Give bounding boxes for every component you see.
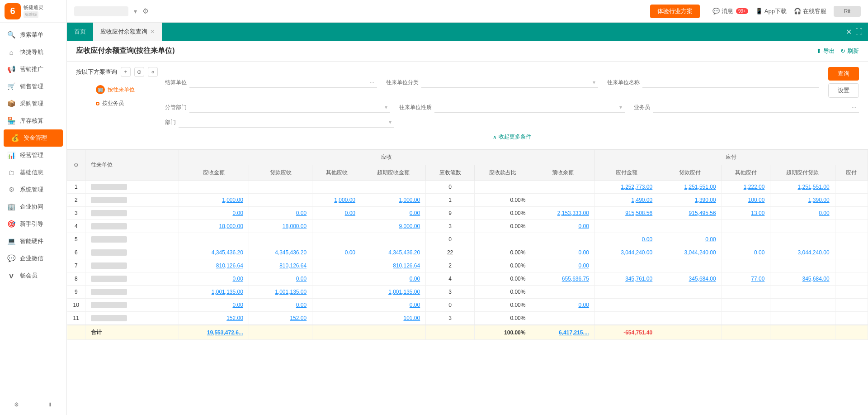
cell-rec_amount[interactable]: 0.00	[179, 207, 249, 220]
cell-rec_prepay[interactable]: 2,153,333.00	[531, 207, 594, 220]
cell-rec_other[interactable]: 0.00	[312, 207, 361, 220]
sidebar-item-hardware[interactable]: 💻 智能硬件	[0, 233, 66, 250]
settlement-input[interactable]: ···	[189, 77, 377, 88]
cell-pay_loan[interactable]: 915,495.56	[658, 207, 722, 220]
export-button[interactable]: ⬆ 导出	[816, 47, 835, 55]
close-window-icon[interactable]: ✕	[846, 28, 852, 36]
cell-rec_amount[interactable]: 0.00	[179, 272, 249, 286]
cell-pay_overdue[interactable]: 0.00	[770, 207, 835, 220]
sidebar-item-purchase[interactable]: 📦 采购管理	[0, 95, 66, 112]
msg-action[interactable]: 💬 消息 99+	[712, 7, 748, 15]
th-settings[interactable]: ⚙	[67, 150, 85, 181]
cell-rec_overdue[interactable]: 0.00	[361, 207, 426, 220]
cell-pay_other[interactable]: 1,222.00	[722, 181, 770, 194]
cell-rec_prepay[interactable]: 0.00	[531, 299, 594, 312]
cell-pay_overdue[interactable]: 3,044,240.00	[770, 246, 835, 259]
topbar-gear-btn[interactable]: ⚙	[142, 7, 149, 15]
sidebar-item-marketing[interactable]: 📢 营销推广	[0, 61, 66, 78]
service-action[interactable]: 🎧 在线客服	[794, 7, 826, 15]
cell-pay_overdue[interactable]: 345,684.00	[770, 272, 835, 286]
cell-pay_overdue[interactable]: 1,390.00	[770, 194, 835, 207]
footer-rec-prepay[interactable]: 6,417,215....	[531, 325, 594, 340]
sidebar-item-guide[interactable]: 🎯 新手引导	[0, 215, 66, 233]
cell-pay_loan[interactable]: 3,044,240.00	[658, 246, 722, 259]
cell-pay_amount[interactable]: 0.00	[594, 233, 658, 246]
sidebar-item-wechat[interactable]: 💬 企业微信	[0, 250, 66, 267]
cell-rec_overdue[interactable]: 1,001,135.00	[361, 286, 426, 299]
cell-rec_amount[interactable]: 0.00	[179, 299, 249, 312]
add-filter-btn[interactable]: +	[121, 67, 131, 77]
query-button[interactable]: 查询	[828, 67, 859, 81]
tab-close-icon[interactable]: ✕	[150, 29, 155, 35]
cell-rec_loan[interactable]: 0.00	[249, 299, 312, 312]
filter-by-partner[interactable]: 🏢 按往来单位	[76, 82, 158, 97]
refresh-button[interactable]: ↻ 刷新	[840, 47, 859, 55]
partner-name-input[interactable]	[642, 77, 819, 88]
cell-rec_loan[interactable]: 0.00	[249, 207, 312, 220]
sidebar-item-basic[interactable]: 🗂 基础信息	[0, 164, 66, 181]
cell-pay_amount[interactable]: 1,490.00	[594, 194, 658, 207]
cell-rec_prepay[interactable]: 0.00	[531, 220, 594, 233]
cell-rec_prepay[interactable]: 0.00	[531, 259, 594, 272]
filter-by-salesman[interactable]: 按业务员	[76, 97, 158, 110]
app-action[interactable]: 📱 App下载	[755, 7, 787, 15]
filter-collapse-btn[interactable]: «	[148, 67, 158, 77]
sidebar-item-enterprise[interactable]: 🏢 企业协同	[0, 198, 66, 215]
cell-pay_amount[interactable]: 3,044,240.00	[594, 246, 658, 259]
partner-category-select[interactable]: ▾	[421, 77, 598, 88]
cell-rec_prepay[interactable]: 655,636.75	[531, 272, 594, 286]
table-settings-icon[interactable]: ⚙	[74, 162, 79, 168]
cell-rec_overdue[interactable]: 9,000.00	[361, 220, 426, 233]
cell-rec_overdue[interactable]: 4,345,436.20	[361, 246, 426, 259]
cell-pay_loan[interactable]: 1,390.00	[658, 194, 722, 207]
cell-pay_loan[interactable]: 0.00	[658, 233, 722, 246]
filter-settings-btn[interactable]: ⊙	[134, 67, 144, 77]
sidebar-gear-btn[interactable]: ⚙	[9, 399, 24, 410]
cell-rec_loan[interactable]: 18,000.00	[249, 220, 312, 233]
partner-nature-select[interactable]: ▾	[434, 102, 624, 113]
cell-rec_overdue[interactable]: 0.00	[361, 272, 426, 286]
cell-pay_other[interactable]: 0.00	[722, 246, 770, 259]
cell-pay_other[interactable]: 77.00	[722, 272, 770, 286]
cell-rec_prepay[interactable]: 0.00	[531, 246, 594, 259]
sidebar-item-quick[interactable]: ⌂ 快捷导航	[0, 43, 66, 61]
cell-rec_overdue[interactable]: 0.00	[361, 299, 426, 312]
sidebar-item-inventory[interactable]: 🏪 库存核算	[0, 112, 66, 129]
cell-rec_other[interactable]: 0.00	[312, 246, 361, 259]
cell-rec_amount[interactable]: 1,000.00	[179, 194, 249, 207]
sidebar-item-system[interactable]: ⚙ 系统管理	[0, 181, 66, 198]
cell-rec_overdue[interactable]: 101.00	[361, 312, 426, 325]
setting-button[interactable]: 设置	[828, 83, 859, 98]
cell-rec_loan[interactable]: 4,345,436.20	[249, 246, 312, 259]
cell-rec_loan[interactable]: 1,001,135.00	[249, 286, 312, 299]
cell-rec_other[interactable]: 1,000.00	[312, 194, 361, 207]
cell-pay_loan[interactable]: 345,684.00	[658, 272, 722, 286]
sidebar-item-management[interactable]: 📊 经营管理	[0, 147, 66, 164]
sidebar-item-sales[interactable]: 🛒 销售管理	[0, 78, 66, 95]
section-dept-select[interactable]: ▾	[179, 117, 394, 128]
promo-button[interactable]: 体验行业方案	[650, 5, 700, 18]
cell-rec_amount[interactable]: 152.00	[179, 312, 249, 325]
cell-rec_loan[interactable]: 0.00	[249, 272, 312, 286]
cell-pay_loan[interactable]: 1,251,551.00	[658, 181, 722, 194]
cell-pay_amount[interactable]: 345,761.00	[594, 272, 658, 286]
footer-rec-amount[interactable]: 19,553,472.6...	[179, 325, 249, 340]
sidebar-collapse-btn[interactable]: ⏸	[42, 399, 57, 410]
topbar-dropdown[interactable]: ▾	[134, 8, 137, 15]
salesman-input[interactable]: ···	[653, 102, 859, 113]
cell-pay_amount[interactable]: 1,252,773.00	[594, 181, 658, 194]
tab-receivable[interactable]: 应收应付余额查询 ✕	[93, 23, 162, 41]
maximize-icon[interactable]: ⛶	[855, 28, 863, 36]
cell-pay_amount[interactable]: 915,508.56	[594, 207, 658, 220]
tab-home[interactable]: 首页	[67, 23, 93, 41]
cell-pay_overdue[interactable]: 1,251,551.00	[770, 181, 835, 194]
sidebar-item-member[interactable]: V 畅会员	[0, 267, 66, 284]
cell-rec_overdue[interactable]: 810,126.64	[361, 259, 426, 272]
cell-rec_amount[interactable]: 18,000.00	[179, 220, 249, 233]
cell-rec_amount[interactable]: 810,126.64	[179, 259, 249, 272]
cell-rec_amount[interactable]: 4,345,436.20	[179, 246, 249, 259]
cell-rec_amount[interactable]: 1,001,135.00	[179, 286, 249, 299]
cell-rec_overdue[interactable]: 1,000.00	[361, 194, 426, 207]
cell-pay_other[interactable]: 13.00	[722, 207, 770, 220]
user-avatar[interactable]: Rit	[834, 6, 861, 17]
